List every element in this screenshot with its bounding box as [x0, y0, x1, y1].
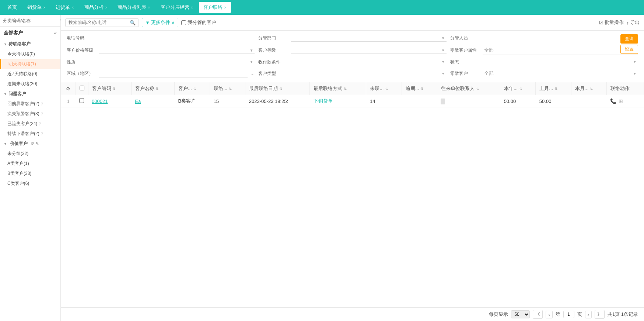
first-page-button[interactable]: 《 — [533, 310, 543, 319]
filter-retail-attr-select[interactable]: 全部 ▼ — [483, 46, 638, 55]
sidebar-search-box[interactable]: 🔍 — [0, 15, 60, 27]
sidebar-item-class-a[interactable]: A类客户(1) — [0, 159, 60, 169]
export-button[interactable]: ↑ 导出 — [627, 19, 640, 26]
nav-analysis-list-close[interactable]: × — [148, 5, 150, 10]
sidebar-item-unclassified[interactable]: 未分组(32) — [0, 149, 60, 159]
data-table-container: ⚙ 客户编码 ⇅ 客户名称 ⇅ 客户... ⇅ 联络... ⇅ 最后联络日期 ⇅… — [61, 82, 644, 307]
col-checkbox[interactable] — [76, 82, 88, 95]
sidebar-item-lost[interactable]: 已流失客户(24) ? — [0, 119, 60, 129]
filter-phone-label: 电话号码 — [67, 35, 96, 41]
filter-nature-label: 性质 — [67, 59, 96, 65]
row-checkbox[interactable] — [76, 95, 88, 107]
filter-customer-grade-select[interactable]: ▼ — [291, 47, 446, 54]
nav-analysis-close[interactable]: × — [105, 5, 107, 10]
sidebar-item-overdue[interactable]: 逾期未联络(30) — [0, 79, 60, 89]
col-this-month[interactable]: 本月... ⇅ — [571, 82, 606, 95]
filter-person-input[interactable] — [483, 34, 631, 42]
my-customer-checkbox[interactable]: 我分管的客户 — [181, 19, 216, 26]
filter-phone-input[interactable] — [99, 34, 255, 42]
value-customer-refresh[interactable]: ↺ — [31, 141, 34, 146]
select-all-checkbox[interactable] — [80, 86, 84, 90]
help-icon-consecutive: ? — [41, 132, 43, 136]
sidebar-item-tomorrow[interactable]: 明天待联络(1) — [0, 59, 60, 69]
col-settings[interactable]: ⚙ — [61, 82, 76, 95]
more-filters-button[interactable]: ▼ 更多条件 ∧ — [142, 18, 178, 27]
sidebar-item-consecutive-down[interactable]: 持续下滑客户(2) ? — [0, 129, 60, 139]
all-customers-header[interactable]: 全部客户 « — [0, 27, 60, 39]
nav-home[interactable]: 首页 — [3, 2, 21, 13]
col-overdue[interactable]: 逾期... ⇅ — [402, 82, 437, 95]
nav-sales[interactable]: 销货单 × — [23, 2, 50, 13]
sort-icon-code: ⇅ — [112, 87, 115, 91]
table-header-row: ⚙ 客户编码 ⇅ 客户名称 ⇅ 客户... ⇅ 联络... ⇅ 最后联络日期 ⇅… — [61, 82, 644, 95]
col-last-month[interactable]: 上月... ⇅ — [536, 82, 571, 95]
nav-purchase[interactable]: 进货单 × — [51, 2, 78, 13]
col-code[interactable]: 客户编码 ⇅ — [88, 82, 131, 95]
value-customer-edit[interactable]: ✎ — [35, 141, 39, 146]
nav-customer-tier-close[interactable]: × — [191, 5, 193, 10]
filter-status-label: 状态 — [450, 59, 480, 65]
filter-region-input[interactable] — [99, 70, 248, 77]
sidebar-item-today[interactable]: 今天待联络(0) — [0, 49, 60, 59]
filter-price-level-select[interactable]: ▼ — [99, 47, 255, 54]
row-select-checkbox[interactable] — [79, 98, 84, 103]
col-last-contact-date[interactable]: 最后联络日期 ⇅ — [245, 82, 310, 95]
filter-retail-customer: 零散客户 全部 ▼ — [450, 69, 638, 78]
filter-status-select[interactable]: ▼ — [483, 59, 638, 65]
sort-icon-no-contact: ⇅ — [385, 87, 388, 91]
page-number-input[interactable] — [563, 311, 574, 318]
filter-payment-select[interactable]: ▼ — [291, 59, 446, 65]
col-no-contact[interactable]: 未联... ⇅ — [366, 82, 402, 95]
filter-nature-select[interactable]: ▼ — [99, 59, 255, 65]
row-overdue — [402, 95, 437, 107]
main-search-input[interactable] — [69, 20, 130, 25]
main-search-box[interactable]: 🔍 — [65, 18, 139, 27]
row-last-contact-method[interactable]: 下销货单 — [310, 95, 366, 107]
sidebar-item-week[interactable]: 近7天待联络(0) — [0, 69, 60, 79]
sidebar-item-class-c[interactable]: C类客户(6) — [0, 179, 60, 189]
nav-customer-contact-close[interactable]: × — [224, 5, 226, 10]
row-unit-contact — [437, 95, 500, 107]
nav-analysis-list[interactable]: 商品分析列表 × — [113, 2, 154, 13]
batch-op-button[interactable]: ☑ 批量操作 — [599, 19, 624, 26]
last-page-button[interactable]: 》 — [595, 310, 605, 319]
sidebar-item-repurchase-abnormal[interactable]: 回购异常客户(2) ? — [0, 99, 60, 109]
sidebar-item-class-b[interactable]: B类客户(33) — [0, 169, 60, 179]
filter-payment: 收付款条件 ▼ — [258, 59, 446, 65]
query-button[interactable]: 查询 — [620, 34, 638, 44]
chevron-down-icon: ▼ — [441, 36, 445, 40]
chevron-down-icon-8: ▼ — [441, 72, 445, 76]
col-this-year[interactable]: 本年... ⇅ — [500, 82, 536, 95]
next-page-button[interactable]: › — [585, 311, 592, 318]
col-customer-type[interactable]: 客户... ⇅ — [174, 82, 210, 95]
all-customers-label: 全部客户 — [4, 30, 23, 36]
sort-icon-type: ⇅ — [193, 87, 196, 91]
nav-analysis[interactable]: 商品分析 × — [80, 2, 112, 13]
filter-retail-customer-select[interactable]: 全部 ▼ — [483, 69, 638, 78]
row-code[interactable]: 000021 — [88, 95, 131, 107]
col-name[interactable]: 客户名称 ⇅ — [131, 82, 174, 95]
last-contact-method-link[interactable]: 下销货单 — [314, 98, 333, 104]
phone-action-icon[interactable]: 📞 — [610, 98, 616, 104]
filter-region-dots[interactable]: ··· — [251, 71, 255, 77]
my-customer-input[interactable] — [181, 20, 186, 25]
col-unit-contact[interactable]: 往来单位联系人 ⇅ — [437, 82, 500, 95]
main-search-icon[interactable]: 🔍 — [130, 20, 136, 25]
col-last-contact-method[interactable]: 最后联络方式 ⇅ — [310, 82, 366, 95]
set-button[interactable]: 设置 — [620, 45, 638, 54]
collapse-icon[interactable]: « — [54, 30, 57, 36]
nav-purchase-close[interactable]: × — [71, 5, 74, 10]
col-contact-count[interactable]: 联络... ⇅ — [210, 82, 245, 95]
nav-customer-tier[interactable]: 客户分层经营 × — [156, 2, 197, 13]
filter-dept-select[interactable]: ▼ — [291, 35, 446, 42]
row-name[interactable]: Ea — [131, 95, 174, 107]
nav-customer-contact[interactable]: 客户联络 × — [199, 2, 231, 13]
sidebar-search-input[interactable] — [3, 18, 58, 23]
sidebar-item-lost-risk[interactable]: 流失预警客户(3) ? — [0, 109, 60, 119]
per-page-select[interactable]: 50 100 200 — [511, 310, 530, 318]
nav-sales-close[interactable]: × — [43, 5, 45, 10]
prev-page-button[interactable]: ‹ — [546, 311, 552, 318]
filter-customer-type-select[interactable]: ▼ — [291, 70, 446, 77]
filter-dept-label: 分管部门 — [258, 35, 288, 41]
grid-action-icon[interactable]: ⊞ — [619, 98, 623, 104]
